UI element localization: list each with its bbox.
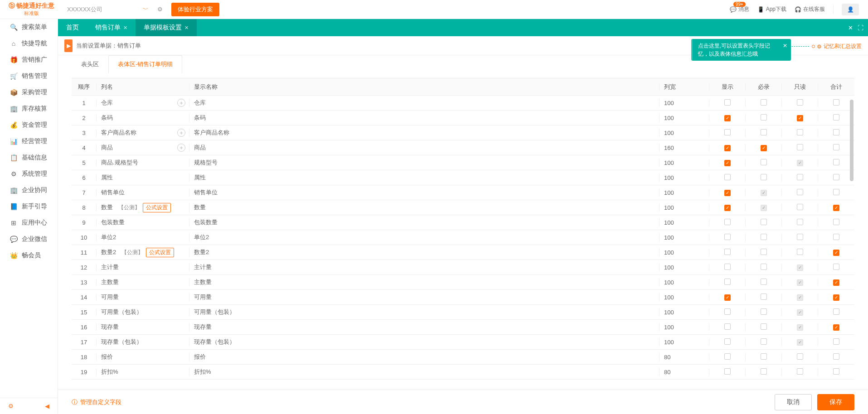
cell-dispname[interactable]: 可用量（包装） — [189, 308, 659, 316]
checkbox[interactable] — [797, 204, 803, 210]
sidebar-collapse-icon[interactable]: ◀ — [45, 403, 49, 409]
sidebar-item-8[interactable]: 📋基础信息 — [0, 149, 58, 166]
cell-colname[interactable]: 属性 — [97, 173, 189, 182]
cell-dispname[interactable]: 折扣% — [189, 368, 659, 376]
cell-width[interactable]: 80 — [659, 354, 709, 361]
nav-tab-1[interactable]: 销售订单✕ — [87, 19, 136, 36]
cell-dispname[interactable]: 主数量 — [189, 278, 659, 286]
checkbox[interactable]: ✓ — [724, 190, 731, 196]
checkbox[interactable]: ✓ — [833, 205, 839, 211]
checkbox[interactable] — [797, 174, 803, 180]
checkbox[interactable] — [724, 353, 731, 360]
cell-dispname[interactable]: 数量 — [189, 203, 659, 212]
checkbox[interactable] — [761, 219, 767, 225]
nav-tab-0[interactable]: 首页 — [58, 19, 87, 36]
checkbox[interactable] — [761, 308, 767, 315]
add-column-icon[interactable]: ＋ — [177, 129, 185, 137]
cancel-button[interactable]: 取消 — [775, 394, 812, 410]
checkbox[interactable]: ✓ — [724, 294, 731, 301]
cell-dispname[interactable]: 报价 — [189, 353, 659, 361]
cell-width[interactable]: 100 — [659, 100, 709, 106]
checkbox[interactable]: ✓ — [724, 160, 731, 166]
cell-width[interactable]: 100 — [659, 234, 709, 241]
cell-width[interactable]: 100 — [659, 115, 709, 121]
cell-dispname[interactable]: 商品 — [189, 144, 659, 152]
checkbox[interactable] — [761, 114, 767, 120]
formula-settings-link[interactable]: 公式设置 — [143, 203, 171, 212]
sidebar-item-11[interactable]: 📘新手引导 — [0, 198, 58, 215]
checkbox[interactable] — [797, 144, 803, 150]
checkbox[interactable] — [761, 279, 767, 285]
checkbox[interactable] — [724, 264, 731, 270]
cell-colname[interactable]: 包装数量 — [97, 218, 189, 226]
sidebar-item-7[interactable]: 📊经营管理 — [0, 133, 58, 149]
cell-colname[interactable]: 销售单位 — [97, 188, 189, 197]
checkbox[interactable]: ✓ — [724, 145, 731, 151]
checkbox[interactable] — [761, 294, 767, 300]
sidebar-item-13[interactable]: 💬企业微信 — [0, 231, 58, 247]
tab-close-icon[interactable]: ✕ — [123, 25, 127, 31]
app-download-link[interactable]: 📱 App下载 — [757, 5, 786, 13]
checkbox[interactable] — [833, 338, 839, 345]
checkbox[interactable] — [724, 338, 731, 345]
sidebar-item-6[interactable]: 💰资金管理 — [0, 117, 58, 133]
cell-width[interactable]: 100 — [659, 159, 709, 166]
sidebar-item-12[interactable]: ⊞应用中心 — [0, 215, 58, 231]
checkbox[interactable] — [724, 129, 731, 135]
checkbox[interactable]: ✓ — [833, 279, 839, 286]
user-menu[interactable]: 👤 — [842, 4, 859, 15]
cell-colname[interactable]: 数量2【公测】公式设置 — [97, 248, 189, 257]
checkbox[interactable] — [724, 174, 731, 180]
checkbox[interactable] — [833, 129, 839, 135]
cell-colname[interactable]: 现存量 — [97, 323, 189, 331]
cell-colname[interactable]: 商品.规格型号 — [97, 159, 189, 167]
cell-width[interactable]: 160 — [659, 144, 709, 151]
checkbox[interactable]: ✓ — [761, 145, 767, 151]
checkbox[interactable] — [797, 99, 803, 106]
checkbox[interactable] — [761, 159, 767, 165]
sidebar-item-10[interactable]: 🏢企业协同 — [0, 182, 58, 198]
sidebar-item-4[interactable]: 📦采购管理 — [0, 84, 58, 101]
expand-arrow-button[interactable]: ▶ — [64, 39, 73, 52]
cell-colname[interactable]: 商品＋ — [97, 144, 189, 152]
checkbox[interactable]: ✓ — [833, 294, 839, 301]
manage-custom-fields-link[interactable]: ⓘ 管理自定义字段 — [72, 398, 121, 406]
checkbox[interactable] — [724, 219, 731, 225]
checkbox[interactable] — [797, 234, 803, 240]
cell-width[interactable]: 100 — [659, 279, 709, 286]
checkbox[interactable] — [761, 368, 767, 375]
cell-width[interactable]: 100 — [659, 324, 709, 331]
checkbox[interactable] — [761, 338, 767, 345]
cell-dispname[interactable]: 可用量 — [189, 293, 659, 301]
checkbox[interactable] — [833, 353, 839, 360]
company-selector[interactable]: XXXXXX公司 ﹀ — [63, 3, 153, 16]
memory-summary-link[interactable]: ⚙ 记忆和汇总设置 — [812, 43, 862, 50]
checkbox[interactable] — [724, 249, 731, 255]
checkbox[interactable] — [797, 353, 803, 360]
cell-colname[interactable]: 条码 — [97, 114, 189, 122]
tab-close-icon[interactable]: ✕ — [184, 25, 189, 31]
cell-width[interactable]: 100 — [659, 204, 709, 211]
cell-dispname[interactable]: 条码 — [189, 114, 659, 122]
checkbox[interactable] — [797, 129, 803, 135]
cell-colname[interactable]: 可用量 — [97, 293, 189, 301]
cell-colname[interactable]: 折扣% — [97, 368, 189, 376]
cell-colname[interactable]: 客户商品名称＋ — [97, 129, 189, 137]
sidebar-item-3[interactable]: 🛒销售管理 — [0, 68, 58, 84]
checkbox[interactable]: ✓ — [724, 115, 731, 121]
cell-dispname[interactable]: 属性 — [189, 173, 659, 182]
sidebar-item-2[interactable]: 🎁营销推广 — [0, 52, 58, 68]
cell-width[interactable]: 100 — [659, 309, 709, 316]
checkbox[interactable] — [833, 189, 839, 195]
checkbox[interactable] — [761, 264, 767, 270]
checkbox[interactable] — [761, 234, 767, 240]
sidebar-item-0[interactable]: 🔍搜索菜单 — [0, 19, 58, 35]
cell-width[interactable]: 100 — [659, 130, 709, 136]
cell-width[interactable]: 100 — [659, 249, 709, 256]
close-all-tabs-icon[interactable]: ✕ — [848, 24, 853, 31]
checkbox[interactable] — [833, 99, 839, 106]
cell-dispname[interactable]: 客户商品名称 — [189, 129, 659, 137]
cell-width[interactable]: 100 — [659, 339, 709, 346]
cell-width[interactable]: 100 — [659, 264, 709, 271]
sidebar-item-5[interactable]: 🏢库存核算 — [0, 101, 58, 117]
